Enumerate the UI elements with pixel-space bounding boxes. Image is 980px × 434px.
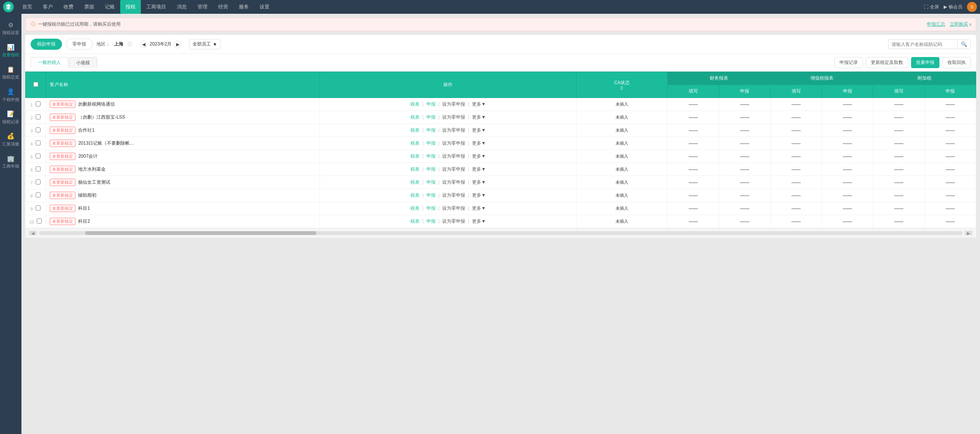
sub-tab-small-scale[interactable]: 小规模 <box>69 57 97 68</box>
sub-tab-general-tax[interactable]: 一般的税人 <box>31 57 68 69</box>
search-button[interactable]: 🔍 <box>957 40 970 49</box>
collect-receipt-btn[interactable]: 收取回执 <box>942 57 971 68</box>
scroll-right-btn[interactable]: ▶ <box>965 231 972 235</box>
row-op4-4[interactable]: 更多▼ <box>472 153 486 159</box>
row-op1-8[interactable]: 税表 <box>410 206 420 211</box>
row-op2-7[interactable]: 申报 <box>426 193 436 198</box>
select-all-checkbox[interactable] <box>33 82 38 87</box>
row-op2-4[interactable]: 申报 <box>426 153 436 159</box>
row-fin2-8: —— <box>719 202 770 215</box>
update-tax-settings-btn[interactable]: 更新税定及取数 <box>866 57 908 68</box>
row-op1-4[interactable]: 税表 <box>410 153 420 159</box>
nav-tax[interactable]: 报税 <box>120 0 141 14</box>
banner-close-btn[interactable]: × <box>969 21 972 28</box>
sidebar-item-annual-report[interactable]: 🏢 工商年报 <box>0 150 21 173</box>
row-op2-9[interactable]: 申报 <box>426 219 436 224</box>
row-op3-2[interactable]: 设为零申报 <box>442 127 465 133</box>
next-month-btn[interactable]: ▶ <box>174 41 181 48</box>
scroll-track[interactable] <box>39 231 962 235</box>
row-op4-5[interactable]: 更多▼ <box>472 166 486 172</box>
row-op4-7[interactable]: 更多▼ <box>472 193 486 198</box>
row-fin1-5: —— <box>668 163 719 176</box>
tab-zero-declaration[interactable]: 零申报 <box>66 39 93 50</box>
nav-service[interactable]: 服务 <box>234 0 254 14</box>
nav-billing[interactable]: 收费 <box>58 0 79 14</box>
row-op4-2[interactable]: 更多▼ <box>472 127 486 133</box>
tab-tax-declaration[interactable]: 税款申报 <box>31 39 62 50</box>
row-op3-7[interactable]: 设为零申报 <box>442 193 465 198</box>
main-panel: 税款申报 零申报 地区： 上海 ⓘ ◀ 2023年2月 ▶ 全部员工 ▼ <box>25 35 976 238</box>
row-op2-3[interactable]: 申报 <box>426 140 436 146</box>
row-op3-4[interactable]: 设为零申报 <box>442 153 465 159</box>
row-check-4[interactable] <box>36 153 41 158</box>
sidebar-item-settlement[interactable]: 💰 汇算清缴 <box>0 128 21 150</box>
sidebar-item-batch-tax[interactable]: 📊 批量报税 <box>0 39 21 61</box>
th-tax-report: 增值税报表 <box>770 72 873 85</box>
row-op3-1[interactable]: 设为零申报 <box>442 114 465 120</box>
row-op1-6[interactable]: 税表 <box>410 179 420 185</box>
row-op3-6[interactable]: 设为零申报 <box>442 179 465 185</box>
row-checkbox-3: 4 <box>26 137 46 150</box>
row-op3-9[interactable]: 设为零申报 <box>442 219 465 224</box>
search-input[interactable] <box>889 40 957 49</box>
row-check-1[interactable] <box>36 114 41 119</box>
row-check-7[interactable] <box>36 193 41 197</box>
sidebar-item-tax-records[interactable]: 📝 报税记录 <box>0 106 21 128</box>
row-op2-1[interactable]: 申报 <box>426 114 436 120</box>
th-financial-report: 财务报表 <box>668 72 771 85</box>
row-op1-9[interactable]: 税表 <box>410 219 420 224</box>
sidebar-item-tax-overview[interactable]: 📋 报税总览 <box>0 61 21 83</box>
fullscreen-btn[interactable]: ⛶ 全屏 <box>924 4 939 10</box>
batch-declare-btn[interactable]: 批量申报 <box>911 57 939 68</box>
toolbar: 税款申报 零申报 地区： 上海 ⓘ ◀ 2023年2月 ▶ 全部员工 ▼ <box>25 35 976 54</box>
prev-month-btn[interactable]: ◀ <box>140 41 147 48</box>
row-check-0[interactable] <box>36 101 41 106</box>
nav-accounting[interactable]: 记账 <box>100 0 120 14</box>
row-op4-9[interactable]: 更多▼ <box>472 219 486 224</box>
row-check-9[interactable] <box>37 219 42 224</box>
row-op4-8[interactable]: 更多▼ <box>472 206 486 211</box>
row-op2-0[interactable]: 申报 <box>426 101 436 107</box>
nav-settings[interactable]: 设置 <box>254 0 275 14</box>
row-check-8[interactable] <box>36 206 41 210</box>
row-op1-7[interactable]: 税表 <box>410 193 420 198</box>
row-op2-6[interactable]: 申报 <box>426 179 436 185</box>
row-op1-2[interactable]: 税表 <box>410 127 420 133</box>
row-op3-8[interactable]: 设为零申报 <box>442 206 465 211</box>
avatar[interactable]: S <box>967 2 977 12</box>
row-op1-3[interactable]: 税表 <box>410 140 420 146</box>
nav-operation[interactable]: 经营 <box>213 0 234 14</box>
nav-business[interactable]: 工商项目 <box>141 0 172 14</box>
staff-selector[interactable]: 全部员工 ▼ <box>189 39 220 49</box>
row-op3-5[interactable]: 设为零申报 <box>442 166 465 172</box>
row-op1-5[interactable]: 税表 <box>410 166 420 172</box>
row-op4-3[interactable]: 更多▼ <box>472 140 486 146</box>
nav-customer[interactable]: 客户 <box>38 0 58 14</box>
row-check-2[interactable] <box>36 127 41 132</box>
row-op1-1[interactable]: 税表 <box>410 114 420 120</box>
upgrade-btn[interactable]: ▶ 畅会员 <box>944 4 962 10</box>
row-op2-2[interactable]: 申报 <box>426 127 436 133</box>
banner-link-buy[interactable]: 立即购买 <box>950 21 968 28</box>
banner-link-summary[interactable]: 申报汇总 <box>927 21 945 28</box>
row-op2-8[interactable]: 申报 <box>426 206 436 211</box>
nav-message[interactable]: 消息 <box>172 0 192 14</box>
sidebar-item-tax-settings[interactable]: ⚙ 报税设置 <box>0 17 21 39</box>
nav-home[interactable]: 首页 <box>17 0 38 14</box>
sidebar-item-personal-tax[interactable]: 👤 个税申报 <box>0 84 21 106</box>
scroll-left-btn[interactable]: ◀ <box>29 231 37 235</box>
row-check-3[interactable] <box>36 140 41 145</box>
row-check-6[interactable] <box>36 179 41 184</box>
row-op2-5[interactable]: 申报 <box>426 166 436 172</box>
declare-records-btn[interactable]: 申报记录 <box>835 57 863 68</box>
row-op4-6[interactable]: 更多▼ <box>472 179 486 185</box>
row-check-5[interactable] <box>36 166 41 171</box>
nav-invoice[interactable]: 票据 <box>79 0 100 14</box>
tag-not-updated-9: 未更新核定 <box>50 218 75 225</box>
row-op3-0[interactable]: 设为零申报 <box>442 101 465 107</box>
row-op1-0[interactable]: 税表 <box>410 101 420 107</box>
row-op4-1[interactable]: 更多▼ <box>472 114 486 120</box>
nav-manage[interactable]: 管理 <box>192 0 213 14</box>
row-op4-0[interactable]: 更多▼ <box>472 101 486 107</box>
row-op3-3[interactable]: 设为零申报 <box>442 140 465 146</box>
